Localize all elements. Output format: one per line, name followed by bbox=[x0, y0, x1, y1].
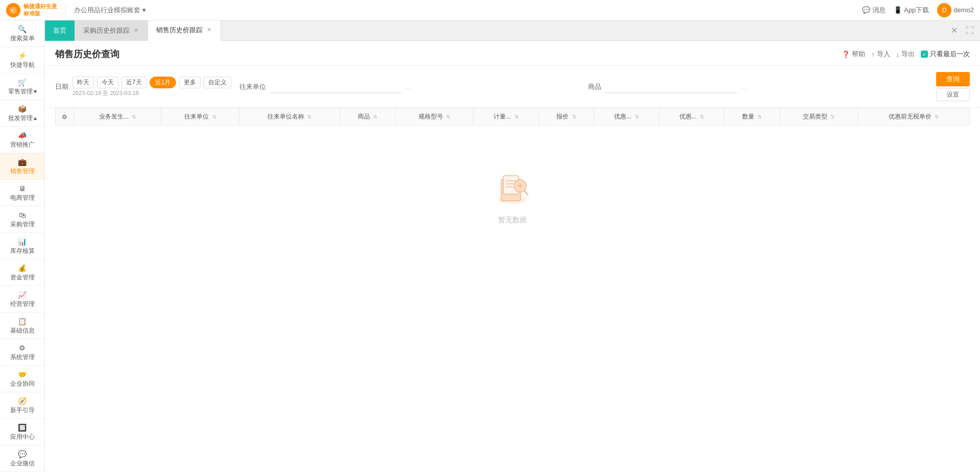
product-filter-input[interactable] bbox=[604, 81, 737, 93]
sidebar-item-label: 企业协同 bbox=[10, 380, 35, 388]
sidebar-item-enterprise-wechat[interactable]: 💬 企业微信 bbox=[0, 445, 44, 472]
date-btn-last7[interactable]: 近7天 bbox=[121, 77, 146, 88]
sort-icon-quantity: ⇅ bbox=[757, 114, 762, 120]
basic-icon: 📋 bbox=[18, 317, 27, 326]
help-label: 帮助 bbox=[852, 50, 865, 59]
date-filter-group: 日期 昨天 今天 近7天 近1月 更多 自定义 2023-02-18 至 202… bbox=[55, 77, 231, 97]
sidebar-item-quick-nav[interactable]: ⚡ 快捷导航 bbox=[0, 47, 44, 74]
filter-actions: 查询 设置 bbox=[936, 72, 970, 101]
finance-icon: 💰 bbox=[18, 264, 27, 273]
workspace-selector[interactable]: 办公用品行业模拟账套 ▾ bbox=[74, 6, 146, 15]
tab-close-purchase-history[interactable]: ✕ bbox=[133, 26, 139, 35]
partner-filter-dots[interactable]: ... bbox=[405, 83, 411, 91]
sort-icon-partner-code: ⇅ bbox=[212, 114, 216, 120]
table-col-trade-type[interactable]: 交易类型 ⇅ bbox=[779, 108, 857, 126]
date-btn-last1m[interactable]: 近1月 bbox=[150, 77, 177, 88]
product-filter-dots[interactable]: ... bbox=[740, 83, 746, 91]
user-avatar: D bbox=[937, 3, 951, 17]
table-col-product[interactable]: 商品 ⇅ bbox=[340, 108, 396, 126]
sidebar-item-inventory[interactable]: 📊 库存核算 bbox=[0, 233, 44, 259]
date-btn-yesterday[interactable]: 昨天 bbox=[72, 77, 94, 88]
app-download-action[interactable]: 📱 App下载 bbox=[894, 6, 929, 15]
message-action[interactable]: 💬 消息 bbox=[862, 6, 886, 15]
enterprise-icon: 🤝 bbox=[18, 370, 27, 379]
date-btn-more[interactable]: 更多 bbox=[179, 77, 201, 88]
sidebar-item-label: 电商管理 bbox=[10, 194, 35, 202]
table-col-partner-code[interactable]: 往来单位 ⇅ bbox=[161, 108, 239, 126]
empty-text: 暂无数据 bbox=[498, 216, 527, 225]
table-col-price[interactable]: 报价 ⇅ bbox=[538, 108, 594, 126]
tab-sales-history[interactable]: 销售历史价跟踪 ✕ bbox=[148, 20, 221, 41]
sidebar-item-label: 经营管理 bbox=[10, 300, 35, 309]
sidebar-item-enterprise[interactable]: 🤝 企业协同 bbox=[0, 366, 44, 392]
show-last-only-label: 只看最后一次 bbox=[930, 50, 970, 59]
sidebar-item-sales[interactable]: 💼 销售管理 bbox=[0, 153, 44, 180]
sidebar-item-label: 基础信息 bbox=[10, 327, 35, 335]
table-col-pretax-price[interactable]: 优惠前无税单价 ⇅ bbox=[857, 108, 969, 126]
date-range-text: 2023-02-18 至 2023-03-18 bbox=[72, 89, 231, 97]
sidebar-item-app-center[interactable]: 🔲 应用中心 bbox=[0, 419, 44, 445]
tab-purchase-history[interactable]: 采购历史价跟踪 ✕ bbox=[75, 20, 148, 41]
app-download-label: App下载 bbox=[904, 6, 929, 15]
sidebar-item-label: 新手引导 bbox=[10, 407, 35, 415]
sidebar-item-finance[interactable]: 💰 资金管理 bbox=[0, 259, 44, 286]
tab-home[interactable]: 首页 bbox=[45, 20, 75, 41]
sidebar-item-guide[interactable]: 🧭 新手引导 bbox=[0, 392, 44, 419]
tab-close-sales-history[interactable]: ✕ bbox=[206, 26, 212, 34]
sidebar-item-operations[interactable]: 📈 经营管理 bbox=[0, 286, 44, 313]
tab-close-all-button[interactable]: ✕ bbox=[949, 23, 960, 37]
ecommerce-icon: 🖥 bbox=[19, 184, 26, 193]
sidebar-item-retail[interactable]: 🛒 零售管理 ▾ bbox=[0, 74, 44, 100]
help-link[interactable]: ❓ 帮助 bbox=[842, 50, 865, 59]
product-filter-label: 商品 bbox=[588, 82, 601, 91]
import-link[interactable]: ↑ 导入 bbox=[871, 50, 890, 59]
show-last-only-checkbox[interactable]: ✓ 只看最后一次 bbox=[921, 50, 970, 59]
import-icon: ↑ bbox=[871, 51, 875, 58]
table-settings-icon: ⚙ bbox=[62, 113, 67, 121]
sidebar-item-basic-info[interactable]: 📋 基础信息 bbox=[0, 313, 44, 339]
table-col-discount2[interactable]: 优惠... ⇅ bbox=[659, 108, 724, 126]
table-col-unit[interactable]: 计量... ⇅ bbox=[474, 108, 538, 126]
table-area: ⚙ 业务发生... ⇅ 往来单位 ⇅ 往来单位名称 bbox=[45, 108, 980, 266]
settings-button[interactable]: 设置 bbox=[936, 88, 970, 101]
sidebar-item-marketing[interactable]: 📣 营销推广 bbox=[0, 127, 44, 153]
date-options-col: 昨天 今天 近7天 近1月 更多 自定义 2023-02-18 至 2023-0… bbox=[72, 77, 231, 97]
export-link[interactable]: ↓ 导出 bbox=[896, 50, 915, 59]
marketing-icon: 📣 bbox=[18, 131, 27, 140]
user-action[interactable]: D demo2 bbox=[937, 3, 974, 17]
checkbox-checked-icon: ✓ bbox=[921, 51, 928, 58]
sidebar-item-wholesale[interactable]: 📦 批发管理 ▴ bbox=[0, 100, 44, 127]
guide-icon: 🧭 bbox=[18, 396, 27, 406]
sidebar-item-label: 资金管理 bbox=[10, 274, 35, 282]
sidebar-item-ecommerce[interactable]: 🖥 电商管理 bbox=[0, 180, 44, 206]
sidebar-item-search-menu[interactable]: 🔍 搜索菜单 bbox=[0, 20, 44, 47]
data-table: ⚙ 业务发生... ⇅ 往来单位 ⇅ 往来单位名称 bbox=[55, 108, 970, 126]
export-label: 导出 bbox=[901, 50, 915, 59]
header-left: 6 畅捷通好生意 标准版 办公用品行业模拟账套 ▾ bbox=[6, 3, 146, 17]
date-btn-custom[interactable]: 自定义 bbox=[204, 77, 231, 88]
partner-filter-input[interactable] bbox=[269, 81, 402, 93]
sidebar-item-purchase[interactable]: 🛍 采购管理 bbox=[0, 206, 44, 233]
sales-history-tab-label: 销售历史价跟踪 bbox=[156, 26, 203, 35]
sidebar-item-label: 快捷导航 bbox=[10, 61, 35, 69]
tabs-bar: 首页 采购历史价跟踪 ✕ 销售历史价跟踪 ✕ ✕ ⛶ bbox=[45, 20, 980, 41]
message-icon: 💬 bbox=[862, 6, 870, 14]
workspace-name: 办公用品行业模拟账套 bbox=[74, 6, 140, 15]
date-btn-today[interactable]: 今天 bbox=[97, 77, 118, 88]
sidebar-item-system[interactable]: ⚙ 系统管理 bbox=[0, 339, 44, 366]
sidebar-item-label: 采购管理 bbox=[10, 221, 35, 229]
table-col-discount1[interactable]: 优惠... ⇅ bbox=[594, 108, 659, 126]
tab-maximize-button[interactable]: ⛶ bbox=[964, 24, 976, 37]
table-col-biz-date[interactable]: 业务发生... ⇅ bbox=[74, 108, 161, 126]
table-col-settings[interactable]: ⚙ bbox=[56, 108, 74, 126]
query-button[interactable]: 查询 bbox=[936, 72, 970, 86]
sidebar-item-label: 批发管理 bbox=[8, 114, 33, 123]
empty-illustration bbox=[492, 167, 533, 207]
sort-icon-pretax-price: ⇅ bbox=[935, 114, 939, 120]
table-col-spec[interactable]: 规格型号 ⇅ bbox=[396, 108, 474, 126]
table-col-partner-name[interactable]: 往来单位名称 ⇅ bbox=[239, 108, 340, 126]
logo-area: 6 畅捷通好生意 标准版 bbox=[6, 3, 57, 17]
table-col-quantity[interactable]: 数量 ⇅ bbox=[724, 108, 780, 126]
sort-icon-trade-type: ⇅ bbox=[830, 114, 835, 120]
page-content: 销售历史价查询 ❓ 帮助 ↑ 导入 ↓ 导出 ✓ bbox=[45, 41, 980, 472]
